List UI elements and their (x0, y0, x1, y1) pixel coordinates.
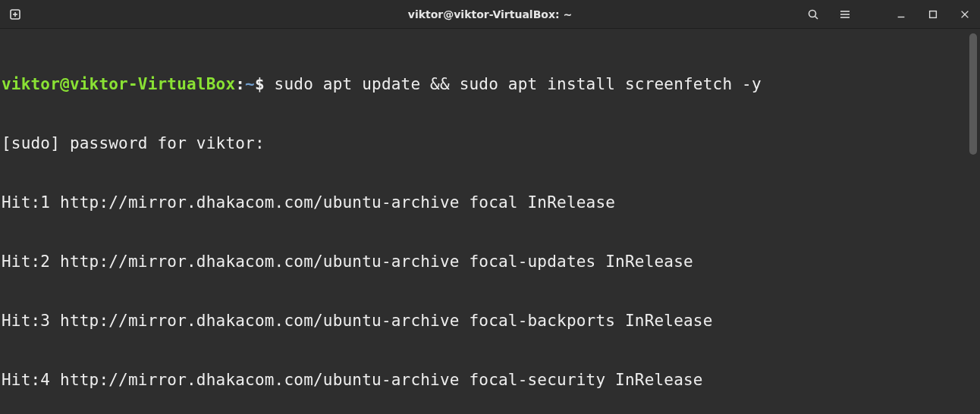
minimize-button[interactable] (894, 7, 909, 22)
prompt-colon: : (235, 75, 245, 93)
titlebar: viktor@viktor-VirtualBox: ~ (0, 0, 980, 29)
output-line: [sudo] password for viktor: (2, 133, 980, 153)
terminal-body[interactable]: viktor@viktor-VirtualBox:~$ sudo apt upd… (0, 29, 980, 414)
output-line: Hit:2 http://mirror.dhakacom.com/ubuntu-… (2, 252, 980, 271)
close-button[interactable] (957, 7, 972, 22)
menu-button[interactable] (837, 7, 853, 22)
minimize-icon (896, 9, 906, 20)
search-button[interactable] (806, 7, 821, 22)
prompt-userhost: viktor@viktor-VirtualBox (2, 75, 235, 93)
maximize-button[interactable] (925, 7, 941, 22)
output-line: Hit:3 http://mirror.dhakacom.com/ubuntu-… (2, 311, 980, 331)
command-text: sudo apt update && sudo apt install scre… (265, 75, 762, 93)
svg-line-4 (815, 16, 818, 19)
prompt-path: ~ (245, 75, 255, 93)
prompt-symbol: $ (255, 75, 265, 93)
maximize-icon (928, 9, 938, 20)
output-line: Hit:4 http://mirror.dhakacom.com/ubuntu-… (2, 370, 980, 390)
output-line: Hit:1 http://mirror.dhakacom.com/ubuntu-… (2, 193, 980, 212)
prompt-line: viktor@viktor-VirtualBox:~$ sudo apt upd… (2, 74, 980, 94)
titlebar-left (8, 7, 23, 22)
close-icon (960, 9, 970, 20)
scrollbar-thumb[interactable] (969, 33, 977, 155)
titlebar-right (806, 7, 972, 22)
hamburger-menu-icon (839, 8, 851, 20)
svg-rect-9 (930, 11, 937, 17)
svg-point-3 (809, 10, 816, 17)
new-tab-button[interactable] (8, 7, 23, 22)
new-tab-icon (9, 8, 21, 20)
search-icon (807, 8, 819, 20)
